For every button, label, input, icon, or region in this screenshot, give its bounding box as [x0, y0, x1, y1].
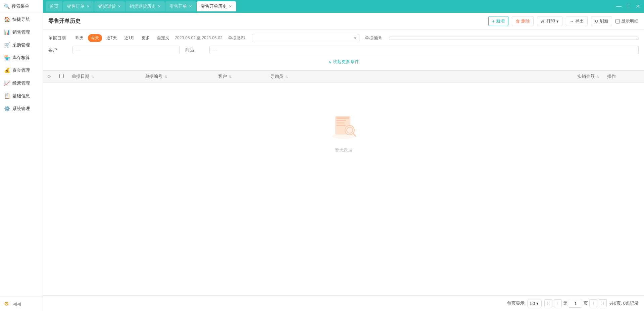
tab-sales-order-label: 销售订单 [67, 3, 85, 9]
table-col-guide[interactable]: 导购员 ⇅ [266, 71, 329, 83]
tab-sales-return-close[interactable]: ✕ [118, 4, 121, 9]
date-range-display: 2023-06-02 至 2023-06-02 [175, 35, 222, 41]
date-btn-more[interactable]: 更多 [139, 34, 153, 42]
prev-page-button[interactable]: ⟨ [554, 299, 562, 307]
first-page-button[interactable]: ⟨⟨ [544, 299, 552, 307]
sidebar-item-label: 经营管理 [12, 80, 30, 86]
table-col-doc-date[interactable]: 单据日期 ⇅ [68, 71, 141, 83]
customer-placeholder: ··· [76, 47, 81, 52]
empty-text: 暂无数据 [335, 147, 352, 153]
delete-button[interactable]: 🗑 删除 [512, 16, 534, 26]
window-controls: — □ ✕ [615, 3, 641, 10]
minimize-button[interactable]: — [615, 3, 623, 9]
sidebar-item-label: 库存核算 [12, 55, 30, 61]
collapse-filter-label: 收起更多条件 [333, 59, 359, 65]
print-icon: 🖨 [541, 19, 545, 24]
sidebar-item-sales-mgmt[interactable]: 📊 销售管理 [0, 26, 43, 39]
close-button[interactable]: ✕ [634, 3, 641, 10]
refresh-button[interactable]: ↻ 刷新 [591, 16, 612, 26]
sidebar-search[interactable]: 🔍 搜索采单 [0, 0, 43, 13]
warehouse-icon: 🏪 [4, 55, 10, 61]
col-actual-amount-label: 实销金额 [577, 74, 595, 79]
tab-home-label: 首页 [50, 3, 58, 9]
pagination: 每页显示 50 ▾ ⟨⟨ ⟨ 第 页 ⟩ ⟩⟩ 共0页, 0条记录 [43, 295, 644, 311]
col-customer-label: 客户 [218, 74, 227, 79]
date-btn-today[interactable]: 今天 [88, 34, 102, 42]
tab-retail-open-hist-label: 零售开单历史 [201, 3, 227, 9]
sidebar-item-label: 快捷导航 [12, 16, 30, 22]
sidebar-item-operations[interactable]: 📈 经营管理 [0, 77, 43, 90]
next-page-button[interactable]: ⟩ [589, 299, 597, 307]
money-icon: 💰 [4, 67, 10, 73]
tab-sales-return-hist[interactable]: 销货退货历史 ✕ [126, 1, 165, 11]
chart-icon: 📊 [4, 29, 10, 35]
sidebar-item-label: 采购管理 [12, 42, 30, 48]
tab-sales-return[interactable]: 销货退货 ✕ [94, 1, 125, 11]
collapse-sidebar-icon[interactable]: ◀◀ [13, 301, 21, 307]
sidebar-item-label: 基础信息 [12, 93, 30, 99]
home-icon: 🏠 [4, 16, 10, 22]
sidebar: 🔍 搜索采单 🏠 快捷导航 📊 销售管理 🛒 采购管理 🏪 库存核算 💰 资金管… [0, 0, 43, 311]
display-detail-checkbox[interactable] [615, 19, 620, 23]
tab-retail-open-hist-close[interactable]: ✕ [229, 4, 232, 9]
table-col-checkbox[interactable] [55, 71, 68, 83]
display-detail-label: 显示明细 [621, 18, 639, 24]
select-all-checkbox[interactable] [59, 74, 64, 78]
sidebar-item-inventory[interactable]: 🏪 库存核算 [0, 51, 43, 64]
export-button[interactable]: → 导出 [566, 16, 588, 26]
table-col-doc-no[interactable]: 单据编号 ⇅ [141, 71, 214, 83]
tab-sales-order-close[interactable]: ✕ [87, 4, 90, 9]
customer-input[interactable]: ··· [72, 46, 180, 54]
tab-bar: 首页 销售订单 ✕ 销货退货 ✕ 销货退货历史 ✕ 零售开单 ✕ 零售开单历史 … [43, 0, 644, 13]
tab-sales-order[interactable]: 销售订单 ✕ [63, 1, 94, 11]
page-number-input[interactable] [569, 299, 582, 308]
date-btn-1month[interactable]: 近1月 [121, 34, 138, 42]
sidebar-item-finance[interactable]: 💰 资金管理 [0, 64, 43, 77]
doc-type-arrow-icon: ▾ [354, 36, 356, 41]
doc-type-select[interactable]: ▾ [252, 34, 359, 42]
doc-no-input[interactable] [389, 37, 639, 40]
sidebar-item-sys-mgmt[interactable]: ⚙️ 系统管理 [0, 102, 43, 115]
tab-retail-open-hist[interactable]: 零售开单历史 ✕ [197, 1, 236, 11]
tab-retail-open-close[interactable]: ✕ [189, 4, 192, 9]
search-icon: 🔍 [4, 4, 10, 9]
date-btn-yesterday[interactable]: 昨天 [72, 34, 87, 42]
per-page-value: 50 [530, 301, 535, 306]
collapse-filter-button[interactable]: ∧ 收起更多条件 [48, 57, 639, 66]
tab-home[interactable]: 首页 [46, 1, 62, 11]
tab-retail-open[interactable]: 零售开单 ✕ [165, 1, 196, 11]
refresh-label: 刷新 [600, 18, 608, 24]
date-quick-buttons: 昨天 今天 近7天 近1月 更多 自定义 2023-06-02 至 2023-0… [72, 34, 222, 42]
per-page-select[interactable]: 50 ▾ [527, 300, 542, 307]
tab-sales-return-hist-close[interactable]: ✕ [158, 4, 161, 9]
delete-label: 删除 [521, 18, 530, 24]
add-button[interactable]: + 新增 [488, 16, 508, 26]
settings-icon[interactable]: ⚙ [4, 301, 9, 307]
print-arrow-icon: ▾ [556, 19, 559, 24]
table-settings-icon[interactable]: ⚙ [47, 74, 51, 79]
sidebar-item-quick-nav[interactable]: 🏠 快捷导航 [0, 13, 43, 26]
sort-icon-guide: ⇅ [285, 75, 288, 79]
cart-icon: 🛒 [4, 42, 10, 48]
sidebar-item-purchase-mgmt[interactable]: 🛒 采购管理 [0, 39, 43, 51]
goods-placeholder: ··· [212, 47, 218, 52]
table-col-customer[interactable]: 客户 ⇅ [214, 71, 266, 83]
per-page-arrow-icon: ▾ [536, 301, 539, 306]
display-detail-toggle[interactable]: 显示明细 [615, 18, 639, 24]
per-page-label: 每页显示 [507, 300, 525, 306]
print-button[interactable]: 🖨 打印 ▾ [537, 16, 562, 26]
tab-sales-return-label: 销货退货 [98, 3, 116, 9]
table-col-settings[interactable]: ⚙ [43, 71, 55, 83]
sidebar-search-label: 搜索采单 [12, 3, 29, 9]
table-col-actual-amount[interactable]: 实销金额 ⇅ [530, 71, 603, 83]
table-header-row: ⚙ 单据日期 ⇅ 单据编号 ⇅ 客户 ⇅ [43, 71, 644, 83]
table-col-spacer [329, 71, 530, 83]
date-btn-custom[interactable]: 自定义 [154, 34, 172, 42]
date-btn-7days[interactable]: 近7天 [103, 34, 120, 42]
last-page-button[interactable]: ⟩⟩ [599, 299, 607, 307]
sort-icon-actual-amount: ⇅ [596, 75, 599, 79]
table-col-actions: 操作 [603, 71, 644, 83]
sidebar-item-basic-info[interactable]: 📋 基础信息 [0, 90, 43, 102]
maximize-button[interactable]: □ [626, 3, 632, 9]
goods-input[interactable]: ··· [209, 46, 639, 54]
